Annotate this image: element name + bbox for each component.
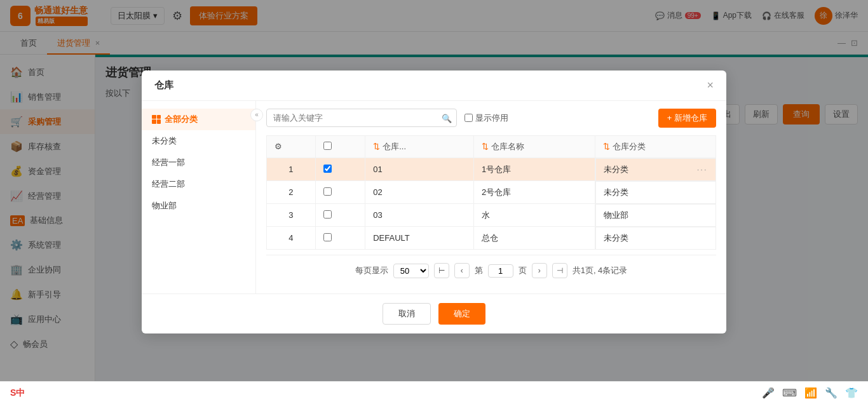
modal-title: 仓库 bbox=[154, 79, 173, 91]
wifi-icon: 📶 bbox=[804, 387, 817, 399]
row-checkbox bbox=[315, 204, 365, 227]
row-name: 1号仓库 bbox=[474, 158, 595, 181]
show-disabled-label: 显示停用 bbox=[465, 112, 508, 124]
row-checkbox bbox=[315, 181, 365, 204]
grid-icon bbox=[152, 115, 161, 124]
tree-item-property[interactable]: 物业部 bbox=[142, 195, 255, 217]
modal-header: 仓库 × bbox=[142, 71, 726, 101]
row-select-checkbox[interactable] bbox=[323, 165, 332, 173]
col-settings-icon: ⚙ bbox=[275, 142, 282, 151]
per-page-select[interactable]: 50 100 bbox=[393, 264, 429, 278]
row-checkbox bbox=[315, 227, 365, 250]
bottom-bar: S中 🎤 ⌨ 📶 🔧 👕 bbox=[0, 381, 868, 404]
select-all-checkbox[interactable] bbox=[323, 142, 332, 150]
row-select-checkbox[interactable] bbox=[323, 187, 332, 196]
cancel-button[interactable]: 取消 bbox=[383, 303, 431, 325]
tree-item-dept2[interactable]: 经营二部 bbox=[142, 173, 255, 195]
tree-label-property: 物业部 bbox=[152, 200, 177, 212]
sort-code-icon: ⇅ bbox=[373, 142, 380, 151]
table-head: ⚙ ⇅仓库... ⇅仓库名称 ⇅仓库分类 bbox=[267, 135, 716, 158]
modal-body: « 全部分类 未分类 经营一部 bbox=[142, 101, 726, 294]
bottom-logo-text: S中 bbox=[10, 387, 25, 399]
row-category: 物业部 bbox=[595, 204, 716, 227]
row-category: 未分类 bbox=[595, 227, 716, 250]
keyboard-icon[interactable]: ⌨ bbox=[782, 387, 797, 399]
row-num: 4 bbox=[267, 227, 316, 250]
row-select-checkbox[interactable] bbox=[323, 210, 332, 219]
right-panel: 🔍 显示停用 + 新增仓库 ⚙ ⇅仓库... bbox=[256, 101, 726, 294]
tree-label-all: 全部分类 bbox=[165, 114, 198, 125]
search-input[interactable] bbox=[266, 109, 457, 127]
row-code: 02 bbox=[365, 181, 474, 204]
per-page-label: 每页显示 bbox=[355, 265, 388, 276]
category-tree: « 全部分类 未分类 经营一部 bbox=[142, 101, 256, 294]
show-disabled-text: 显示停用 bbox=[475, 112, 508, 124]
table-body: 1 01 1号仓库 未分类··· 2 02 2号仓库 未分类 3 03 水 物业… bbox=[267, 158, 716, 250]
tree-item-dept1[interactable]: 经营一部 bbox=[142, 152, 255, 173]
show-disabled-checkbox[interactable] bbox=[465, 114, 473, 122]
tree-label-dept1: 经营一部 bbox=[152, 157, 185, 168]
search-input-wrap: 🔍 bbox=[266, 109, 457, 127]
col-code: ⇅仓库... bbox=[365, 135, 474, 158]
row-category: 未分类··· bbox=[595, 158, 716, 181]
tree-item-unclassified[interactable]: 未分类 bbox=[142, 130, 255, 152]
col-category: ⇅仓库分类 bbox=[595, 135, 715, 158]
pagination: 每页显示 50 100 ⊢ ‹ 第 页 › ⊣ 共1页, 4条记录 bbox=[266, 255, 716, 286]
col-name: ⇅仓库名称 bbox=[474, 135, 595, 158]
total-label: 共1页, 4条记录 bbox=[573, 265, 628, 276]
row-name: 水 bbox=[474, 204, 595, 227]
search-icon[interactable]: 🔍 bbox=[442, 113, 452, 123]
row-code: 01 bbox=[365, 158, 474, 181]
row-num: 3 bbox=[267, 204, 316, 227]
col-settings: ⚙ bbox=[267, 135, 316, 158]
warehouse-table: ⚙ ⇅仓库... ⇅仓库名称 ⇅仓库分类 1 01 1号仓库 未分类··· 2 … bbox=[266, 135, 716, 250]
row-name: 2号仓库 bbox=[474, 181, 595, 204]
row-checkbox bbox=[315, 158, 365, 181]
add-warehouse-button[interactable]: + 新增仓库 bbox=[658, 109, 716, 128]
sort-name-icon: ⇅ bbox=[482, 142, 489, 151]
row-num: 2 bbox=[267, 181, 316, 204]
page-label: 第 bbox=[475, 265, 483, 276]
tree-collapse-button[interactable]: « bbox=[250, 109, 263, 121]
sort-category-icon: ⇅ bbox=[603, 142, 610, 151]
shirt-icon: 👕 bbox=[845, 387, 858, 399]
tree-label-unclassified: 未分类 bbox=[152, 135, 177, 147]
row-name: 总仓 bbox=[474, 227, 595, 250]
confirm-button[interactable]: 确定 bbox=[438, 303, 485, 325]
row-code: DEFAULT bbox=[365, 227, 474, 250]
modal-overlay: 仓库 × « 全部分类 未分类 bbox=[0, 0, 868, 404]
mic-icon[interactable]: 🎤 bbox=[762, 387, 775, 399]
search-row: 🔍 显示停用 + 新增仓库 bbox=[266, 109, 716, 128]
table-row[interactable]: 1 01 1号仓库 未分类··· bbox=[267, 158, 716, 181]
table-row[interactable]: 4 DEFAULT 总仓 未分类 bbox=[267, 227, 716, 250]
col-checkbox bbox=[315, 135, 365, 158]
page-input[interactable] bbox=[488, 264, 513, 278]
modal-close-button[interactable]: × bbox=[707, 79, 714, 91]
tree-label-dept2: 经营二部 bbox=[152, 178, 185, 190]
tree-item-all[interactable]: 全部分类 bbox=[142, 109, 255, 130]
modal-footer: 取消 确定 bbox=[142, 293, 726, 333]
row-code: 03 bbox=[365, 204, 474, 227]
row-num: 1 bbox=[267, 158, 316, 181]
collapse-icon: « bbox=[255, 111, 259, 118]
bottom-logo: S中 bbox=[10, 387, 25, 399]
next-page-button[interactable]: › bbox=[532, 263, 547, 278]
table-row[interactable]: 2 02 2号仓库 未分类 bbox=[267, 181, 716, 204]
warehouse-modal: 仓库 × « 全部分类 未分类 bbox=[142, 71, 726, 334]
last-page-button[interactable]: ⊣ bbox=[552, 263, 567, 278]
first-page-button[interactable]: ⊢ bbox=[434, 263, 449, 278]
page-suffix: 页 bbox=[519, 265, 527, 276]
settings-tray-icon[interactable]: 🔧 bbox=[825, 387, 837, 399]
table-row[interactable]: 3 03 水 物业部 bbox=[267, 204, 716, 227]
row-select-checkbox[interactable] bbox=[323, 233, 332, 241]
row-more-icon[interactable]: ··· bbox=[697, 165, 708, 174]
row-category: 未分类 bbox=[595, 181, 716, 204]
prev-page-button[interactable]: ‹ bbox=[454, 263, 470, 278]
